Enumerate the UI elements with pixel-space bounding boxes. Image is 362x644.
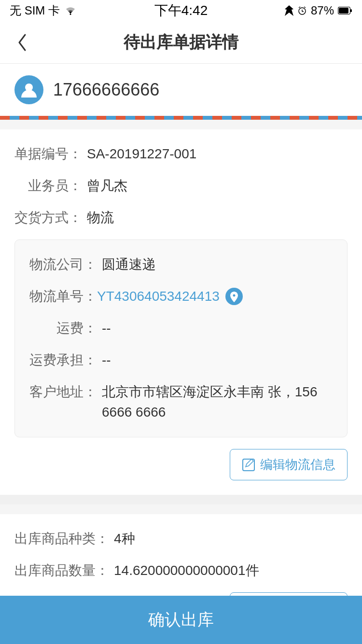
order-no-row: 单据编号： SA-20191227-001 bbox=[14, 144, 348, 164]
logistics-card: 物流公司： 圆通速递 物流单号： YT43064053424413 运费： --… bbox=[14, 239, 348, 437]
carrier-text: 无 SIM 卡 bbox=[10, 3, 60, 18]
svg-point-0 bbox=[70, 14, 71, 15]
tracking-number-value: YT43064053424413 bbox=[97, 286, 220, 307]
page-title: 待出库单据详情 bbox=[124, 31, 238, 54]
goods-quantity-row: 出库商品数量： 14.620000000000001件 bbox=[14, 560, 348, 581]
customer-phone: 17666666666 bbox=[53, 80, 159, 100]
nav-bar: 待出库单据详情 bbox=[0, 21, 362, 64]
back-button[interactable] bbox=[12, 32, 33, 53]
freight-value: -- bbox=[102, 318, 333, 338]
edit-logistics-button[interactable]: 编辑物流信息 bbox=[230, 449, 348, 480]
edit-icon bbox=[242, 458, 255, 472]
edit-logistics-area: 编辑物流信息 bbox=[14, 449, 348, 480]
freight-label: 运费： bbox=[29, 318, 97, 338]
wifi-icon bbox=[64, 6, 77, 15]
order-no-value: SA-20191227-001 bbox=[87, 144, 348, 164]
logistics-company-row: 物流公司： 圆通速递 bbox=[29, 254, 333, 275]
alarm-icon bbox=[297, 6, 307, 15]
logistics-company-value: 圆通速递 bbox=[102, 254, 333, 275]
confirm-button-label: 确认出库 bbox=[148, 609, 214, 631]
goods-types-row: 出库商品种类： 4种 bbox=[14, 529, 348, 549]
sales-person-value: 曾凡杰 bbox=[87, 176, 348, 196]
freight-bearer-label: 运费承担： bbox=[29, 350, 97, 370]
user-icon bbox=[20, 81, 38, 98]
status-bar-time: 下午4:42 bbox=[154, 1, 208, 20]
delivery-method-row: 交货方式： 物流 bbox=[14, 208, 348, 228]
customer-avatar bbox=[14, 75, 43, 104]
status-bar-left: 无 SIM 卡 bbox=[10, 3, 77, 18]
map-pin-icon[interactable] bbox=[225, 288, 243, 305]
goods-quantity-value: 14.620000000000001件 bbox=[114, 560, 348, 581]
status-bar: 无 SIM 卡 下午4:42 87% bbox=[0, 0, 362, 21]
goods-types-value: 4种 bbox=[114, 529, 348, 549]
battery-icon bbox=[338, 7, 352, 14]
svg-point-10 bbox=[225, 288, 243, 305]
svg-rect-7 bbox=[339, 8, 348, 14]
tracking-number-row: 物流单号： YT43064053424413 bbox=[29, 286, 333, 307]
status-bar-right: 87% bbox=[285, 4, 352, 17]
sales-person-label: 业务员： bbox=[14, 176, 82, 196]
tracking-number-container: YT43064053424413 bbox=[97, 286, 243, 307]
customer-address-row: 客户地址： 北京市市辖区海淀区永丰南 张，156 6666 6666 bbox=[29, 382, 333, 422]
order-info-section: 单据编号： SA-20191227-001 业务员： 曾凡杰 交货方式： 物流 … bbox=[0, 129, 362, 495]
goods-types-label: 出库商品种类： bbox=[14, 529, 109, 549]
edit-logistics-label: 编辑物流信息 bbox=[260, 456, 335, 473]
freight-row: 运费： -- bbox=[29, 318, 333, 338]
tracking-number-label: 物流单号： bbox=[29, 286, 97, 307]
customer-header: 17666666666 bbox=[0, 64, 362, 116]
sales-person-row: 业务员： 曾凡杰 bbox=[14, 176, 348, 196]
goods-quantity-label: 出库商品数量： bbox=[14, 560, 109, 581]
svg-line-5 bbox=[304, 7, 306, 8]
location-services-icon bbox=[285, 5, 293, 16]
order-no-label: 单据编号： bbox=[14, 144, 82, 164]
customer-address-value: 北京市市辖区海淀区永丰南 张，156 6666 6666 bbox=[102, 382, 333, 422]
delivery-method-value: 物流 bbox=[87, 208, 348, 228]
freight-bearer-row: 运费承担： -- bbox=[29, 350, 333, 370]
decorative-divider bbox=[0, 116, 362, 120]
battery-text: 87% bbox=[311, 4, 334, 17]
delivery-method-label: 交货方式： bbox=[14, 208, 82, 228]
svg-rect-8 bbox=[350, 9, 352, 12]
freight-bearer-value: -- bbox=[102, 350, 333, 370]
customer-address-label: 客户地址： bbox=[29, 382, 97, 402]
svg-rect-11 bbox=[243, 459, 254, 471]
svg-line-4 bbox=[299, 7, 300, 8]
section-divider bbox=[0, 495, 362, 504]
logistics-company-label: 物流公司： bbox=[29, 254, 97, 275]
confirm-bar[interactable]: 确认出库 bbox=[0, 596, 362, 644]
